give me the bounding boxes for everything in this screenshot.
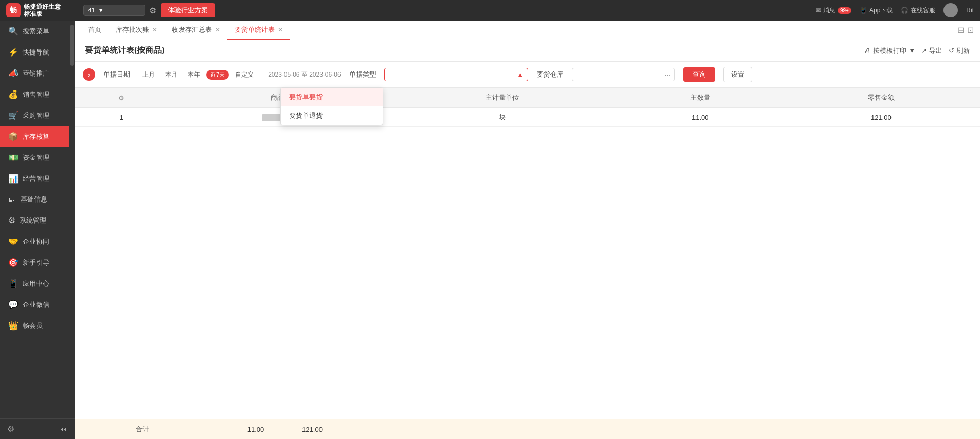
table-container: ⚙ 商品 主计量单位 主数量 零售金额 1 bbox=[75, 88, 980, 419]
online-service-item[interactable]: 🎧 在线客服 bbox=[901, 6, 935, 15]
chart-icon: 📊 bbox=[8, 174, 19, 184]
messages-badge: 99+ bbox=[838, 7, 851, 14]
sidebar-item-quick-nav[interactable]: ⚡ 快捷导航 bbox=[0, 42, 69, 63]
this-year-btn[interactable]: 本年 bbox=[184, 69, 204, 81]
sidebar-item-search-menu[interactable]: 🔍 搜索菜单 bbox=[0, 21, 69, 42]
print-dropdown-icon: ▼ bbox=[908, 47, 915, 54]
megaphone-icon: 📣 bbox=[8, 68, 19, 78]
search-icon: 🔍 bbox=[8, 26, 19, 36]
tab-maximize-icon[interactable]: ⊡ bbox=[967, 25, 974, 35]
dropdown-item-requisition[interactable]: 要货单要货 bbox=[281, 88, 383, 106]
target-icon: 🎯 bbox=[8, 258, 19, 267]
print-btn[interactable]: 🖨 按模板打印 ▼ bbox=[864, 46, 915, 56]
sidebar-item-enterprise[interactable]: 🤝 企业协同 bbox=[0, 231, 69, 252]
sidebar-label-app-center: 应用中心 bbox=[23, 279, 49, 288]
money-icon: 💰 bbox=[8, 89, 19, 99]
row-quantity: 11.00 bbox=[618, 108, 782, 127]
tab-home[interactable]: 首页 bbox=[81, 21, 109, 40]
col-settings[interactable]: ⚙ bbox=[75, 88, 168, 108]
tab-minimize-icon[interactable]: ⊟ bbox=[957, 25, 964, 35]
sidebar-item-inventory[interactable]: 📦 库存核算 bbox=[0, 126, 69, 147]
tab-receivable[interactable]: 收发存汇总表 ✕ bbox=[165, 21, 227, 40]
avatar[interactable] bbox=[943, 3, 958, 17]
dropdown-item-return[interactable]: 要货单退货 bbox=[281, 106, 383, 125]
type-selector[interactable]: ▲ bbox=[384, 68, 528, 81]
col-unit: 主计量单位 bbox=[387, 88, 618, 108]
tabbar-actions: ⊟ ⊡ bbox=[957, 25, 974, 35]
tab-receivable-close[interactable]: ✕ bbox=[215, 26, 220, 33]
settings-footer-icon[interactable]: ⚙ bbox=[7, 424, 14, 434]
warehouse-selector[interactable]: ··· bbox=[572, 68, 675, 81]
wallet-icon: 💵 bbox=[8, 153, 19, 162]
row-unit: 块 bbox=[387, 108, 618, 127]
tab-batch-account-label: 库存批次账 bbox=[116, 25, 149, 34]
sidebar-item-sales[interactable]: 💰 销售管理 bbox=[0, 84, 69, 105]
store-dropdown-arrow: ▼ bbox=[98, 7, 104, 14]
sidebar-footer: ⚙ ⏮ bbox=[0, 418, 75, 439]
sidebar-label-operations: 经营管理 bbox=[23, 174, 49, 184]
query-button[interactable]: 查询 bbox=[683, 67, 715, 82]
industry-btn[interactable]: 体验行业方案 bbox=[161, 3, 215, 17]
type-selector-arrow-up[interactable]: ▲ bbox=[516, 70, 524, 79]
col-amount: 零售金额 bbox=[782, 88, 980, 108]
sidebar-item-purchase[interactable]: 🛒 采购管理 bbox=[0, 105, 69, 126]
settings-gear-icon[interactable]: ⚙ bbox=[149, 6, 156, 15]
last-7days-btn[interactable]: 近7天 bbox=[206, 70, 229, 80]
user-name: Rit bbox=[966, 7, 974, 14]
sidebar-item-operations[interactable]: 📊 经营管理 bbox=[0, 168, 69, 189]
sidebar-item-finance[interactable]: 💵 资金管理 bbox=[0, 147, 69, 168]
store-selector[interactable]: 41 ▼ bbox=[83, 5, 145, 16]
message-icon: ✉ bbox=[816, 7, 821, 14]
warehouse-input[interactable] bbox=[576, 71, 663, 79]
tab-batch-account[interactable]: 库存批次账 ✕ bbox=[109, 21, 165, 40]
scroll-indicator bbox=[70, 25, 74, 66]
type-dropdown: 要货单要货 要货单退货 bbox=[280, 87, 383, 125]
refresh-btn[interactable]: ↺ 刷新 bbox=[949, 46, 970, 56]
flash-icon: ⚡ bbox=[8, 47, 19, 57]
refresh-icon: ↺ bbox=[949, 47, 954, 54]
messages-item[interactable]: ✉ 消息 99+ bbox=[816, 6, 851, 15]
col-settings-icon[interactable]: ⚙ bbox=[118, 94, 124, 102]
sidebar-item-wechat[interactable]: 💬 企业微信 bbox=[0, 294, 69, 315]
topbar-center: 41 ▼ ⚙ 体验行业方案 bbox=[83, 3, 811, 17]
tab-order-stats[interactable]: 要货单统计表 ✕ bbox=[227, 21, 290, 40]
sidebar-item-app-center[interactable]: 📱 应用中心 bbox=[0, 273, 69, 294]
handshake-icon: 🤝 bbox=[8, 236, 19, 246]
sidebar-label-wechat: 企业微信 bbox=[23, 300, 49, 309]
sidebar-item-system[interactable]: ⚙ 系统管理 bbox=[0, 210, 69, 231]
warehouse-more-icon[interactable]: ··· bbox=[665, 70, 671, 79]
gear-icon: ⚙ bbox=[8, 215, 15, 225]
tab-order-stats-label: 要货单统计表 bbox=[235, 25, 275, 34]
sidebar-label-marketing: 营销推广 bbox=[23, 69, 49, 78]
sidebar-item-basic-info[interactable]: 🗂 基础信息 bbox=[0, 189, 69, 210]
sidebar-label-enterprise: 企业协同 bbox=[23, 237, 49, 246]
main-layout: 🔍 搜索菜单 ⚡ 快捷导航 📣 营销推广 💰 销售管理 🛒 采购管理 bbox=[0, 21, 980, 439]
chat-icon: 💬 bbox=[8, 300, 19, 309]
cart-icon: 🛒 bbox=[8, 111, 19, 120]
custom-date-btn[interactable]: 自定义 bbox=[231, 69, 258, 81]
tab-batch-account-close[interactable]: ✕ bbox=[152, 26, 157, 33]
sidebar-item-member[interactable]: 👑 畅会员 bbox=[0, 315, 69, 336]
last-month-btn[interactable]: 上月 bbox=[138, 69, 159, 81]
sidebar-item-guide[interactable]: 🎯 新手引导 bbox=[0, 252, 69, 273]
topbar: 畅 畅捷通好生意 标准版 41 ▼ ⚙ 体验行业方案 ✉ 消息 99+ 📱 Ap… bbox=[0, 0, 980, 21]
sidebar-label-finance: 资金管理 bbox=[23, 153, 49, 162]
collapse-icon[interactable]: ⏮ bbox=[59, 425, 67, 434]
row-index: 1 bbox=[75, 108, 168, 127]
headset-icon: 🎧 bbox=[901, 7, 908, 14]
this-month-btn[interactable]: 本月 bbox=[161, 69, 182, 81]
type-selector-input[interactable] bbox=[389, 71, 516, 79]
row-amount: 121.00 bbox=[782, 108, 980, 127]
date-filter-label: 单据日期 bbox=[103, 70, 130, 79]
tab-order-stats-close[interactable]: ✕ bbox=[278, 26, 283, 33]
logo-icon: 畅 bbox=[6, 3, 21, 17]
sidebar-item-marketing[interactable]: 📣 营销推广 bbox=[0, 63, 69, 84]
settings-button[interactable]: 设置 bbox=[723, 67, 752, 82]
export-btn[interactable]: ↗ 导出 bbox=[921, 46, 942, 56]
app-download-item[interactable]: 📱 App下载 bbox=[860, 6, 893, 15]
sidebar-label-inventory: 库存核算 bbox=[23, 132, 49, 141]
crown-icon: 👑 bbox=[8, 321, 19, 331]
expand-toggle-btn[interactable]: › bbox=[83, 68, 95, 81]
date-range-display: 2023-05-06 至 2023-06-06 bbox=[268, 70, 341, 79]
page-header-actions: 🖨 按模板打印 ▼ ↗ 导出 ↺ 刷新 bbox=[864, 46, 970, 56]
